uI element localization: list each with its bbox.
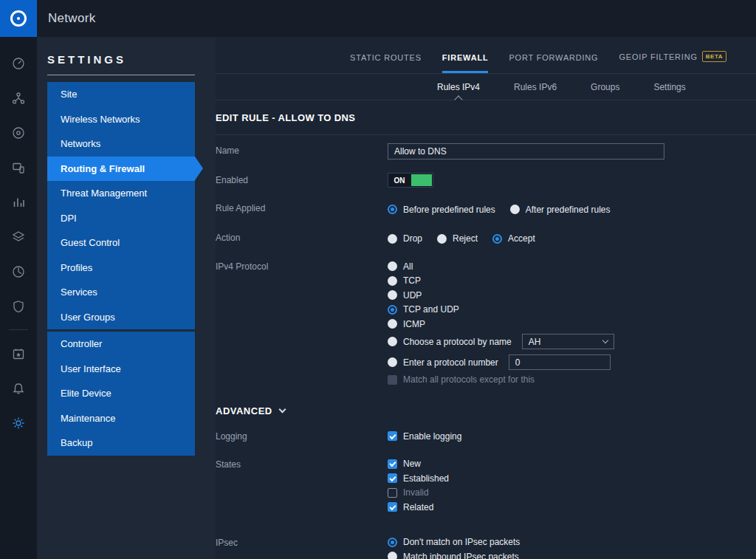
radio-icon bbox=[388, 290, 397, 300]
radio-icon bbox=[388, 357, 397, 367]
sidebar-item-label: Maintenance bbox=[61, 413, 115, 424]
rail-divider bbox=[9, 329, 28, 330]
checkbox-state-invalid[interactable]: Invalid bbox=[388, 486, 756, 501]
clients-icon[interactable] bbox=[0, 150, 37, 185]
beta-badge: BETA bbox=[702, 51, 726, 62]
radio-action-reject[interactable]: Reject bbox=[437, 232, 478, 247]
sidebar-item-controller[interactable]: Controller bbox=[47, 332, 195, 357]
sidebar-item-wireless-networks[interactable]: Wireless Networks bbox=[47, 107, 195, 132]
app-title: Network bbox=[48, 11, 95, 26]
sidebar-item-profiles[interactable]: Profiles bbox=[47, 256, 195, 281]
form-row-enabled: Enabled ON bbox=[216, 166, 756, 194]
sidebar-item-backup[interactable]: Backup bbox=[47, 431, 195, 456]
shield-icon[interactable] bbox=[0, 289, 37, 323]
checkbox-state-new[interactable]: New bbox=[388, 457, 756, 472]
radio-icon bbox=[510, 205, 520, 214]
subtab-rules-ipv6[interactable]: Rules IPv6 bbox=[514, 74, 557, 100]
radio-protocol-tcp[interactable]: TCP bbox=[388, 274, 756, 289]
form-row-rule-applied: Rule Applied Before predefined rules Aft… bbox=[216, 194, 756, 224]
radio-protocol-udp[interactable]: UDP bbox=[388, 288, 756, 303]
settings-menu: Site Wireless Networks Networks Routing … bbox=[47, 82, 195, 456]
checkbox-icon bbox=[388, 473, 397, 483]
advanced-title: ADVANCED bbox=[216, 405, 272, 416]
radio-icon bbox=[388, 552, 397, 559]
sidebar-item-label: User Interface bbox=[61, 363, 121, 374]
radio-icon bbox=[437, 234, 447, 244]
radio-ipsec-match-inbound[interactable]: Match inbound IPsec packets bbox=[388, 549, 756, 559]
sidebar-item-label: Threat Management bbox=[61, 188, 147, 199]
settings-icon[interactable] bbox=[0, 405, 37, 440]
name-input[interactable] bbox=[388, 143, 664, 160]
checkbox-icon bbox=[388, 459, 397, 469]
radio-protocol-icmp[interactable]: ICMP bbox=[388, 317, 756, 332]
sidebar-item-label: Services bbox=[61, 287, 97, 298]
form-row-states: States New Established Invalid bbox=[216, 450, 756, 521]
sidebar-item-label: Networks bbox=[61, 138, 100, 149]
events-icon[interactable] bbox=[0, 336, 37, 371]
radio-action-accept[interactable]: Accept bbox=[492, 232, 535, 247]
sidebar-item-dpi[interactable]: DPI bbox=[47, 206, 195, 231]
subtab-groups[interactable]: Groups bbox=[591, 74, 619, 100]
sidebar-item-networks[interactable]: Networks bbox=[47, 131, 195, 157]
firewall-section-tabs: STATIC ROUTES FIREWALL PORT FORWARDING G… bbox=[216, 37, 756, 74]
sidebar-item-label: Routing & Firewall bbox=[61, 163, 145, 174]
sidebar-item-label: Wireless Networks bbox=[61, 114, 140, 125]
checkbox-icon bbox=[388, 502, 397, 512]
sidebar-item-label: Elite Device bbox=[61, 388, 111, 399]
checkbox-icon bbox=[388, 375, 397, 385]
sidebar-item-services[interactable]: Services bbox=[47, 280, 195, 305]
radio-icon bbox=[388, 337, 397, 346]
radio-icon bbox=[388, 261, 397, 271]
checkbox-state-related[interactable]: Related bbox=[388, 500, 756, 515]
subtab-settings[interactable]: Settings bbox=[653, 74, 685, 100]
alerts-icon[interactable] bbox=[0, 371, 37, 405]
insights-icon[interactable] bbox=[0, 219, 37, 254]
radio-protocol-by-number[interactable]: Enter a protocol number bbox=[388, 352, 756, 373]
topology-icon[interactable] bbox=[0, 80, 37, 115]
radio-protocol-by-name[interactable]: Choose a protocol by name AH bbox=[388, 332, 756, 352]
radio-after-predefined[interactable]: After predefined rules bbox=[510, 202, 611, 217]
radio-action-drop[interactable]: Drop bbox=[388, 232, 422, 247]
devices-icon[interactable] bbox=[0, 115, 37, 150]
sidebar-item-label: Backup bbox=[61, 437, 92, 448]
sidebar-item-user-groups[interactable]: User Groups bbox=[47, 305, 195, 330]
history-icon[interactable] bbox=[0, 254, 37, 289]
tab-static-routes[interactable]: STATIC ROUTES bbox=[350, 53, 422, 73]
radio-protocol-tcp-udp[interactable]: TCP and UDP bbox=[388, 303, 756, 318]
sidebar-item-label: Guest Control bbox=[61, 237, 120, 248]
tab-geoip-filtering[interactable]: GEOIP FILTERING BETA bbox=[619, 51, 726, 73]
sidebar-item-elite-device[interactable]: Elite Device bbox=[47, 381, 195, 406]
sidebar-item-maintenance[interactable]: Maintenance bbox=[47, 406, 195, 431]
protocol-number-input[interactable] bbox=[509, 354, 611, 370]
toggle-state-label: ON bbox=[388, 176, 410, 185]
settings-sidebar: SETTINGS Site Wireless Networks Networks… bbox=[37, 37, 216, 559]
sidebar-item-routing-firewall[interactable]: Routing & Firewall bbox=[47, 157, 195, 182]
enabled-toggle[interactable]: ON bbox=[388, 173, 433, 188]
advanced-section-toggle[interactable]: ADVANCED bbox=[216, 394, 756, 422]
checkbox-state-established[interactable]: Established bbox=[388, 471, 756, 486]
tab-port-forwarding[interactable]: PORT FORWARDING bbox=[509, 53, 598, 73]
icon-rail bbox=[0, 37, 37, 559]
statistics-icon[interactable] bbox=[0, 185, 37, 219]
radio-ipsec-dont-match[interactable]: Don't match on IPsec packets bbox=[388, 535, 756, 550]
radio-protocol-all[interactable]: All bbox=[388, 259, 756, 274]
form-row-action: Action Drop Reject Accept bbox=[216, 224, 756, 253]
radio-before-predefined[interactable]: Before predefined rules bbox=[388, 202, 495, 217]
states-label: States bbox=[216, 457, 388, 515]
checkbox-enable-logging[interactable]: Enable logging bbox=[388, 429, 756, 444]
rule-applied-label: Rule Applied bbox=[216, 201, 388, 217]
subtab-rules-ipv4[interactable]: Rules IPv4 bbox=[437, 74, 480, 100]
unifi-logo[interactable] bbox=[0, 0, 37, 37]
protocol-name-select[interactable]: AH bbox=[522, 334, 614, 349]
sidebar-item-guest-control[interactable]: Guest Control bbox=[47, 230, 195, 256]
dashboard-icon[interactable] bbox=[0, 46, 37, 80]
form-row-ipv4-protocol: IPv4 Protocol All TCP UDP bbox=[216, 253, 756, 394]
checkbox-match-except[interactable]: Match all protocols except for this bbox=[388, 373, 756, 388]
sidebar-item-user-interface[interactable]: User Interface bbox=[47, 357, 195, 382]
sidebar-item-label: Site bbox=[61, 89, 77, 100]
sidebar-item-site[interactable]: Site bbox=[47, 82, 195, 107]
tab-firewall[interactable]: FIREWALL bbox=[442, 53, 489, 73]
ipsec-label: IPsec bbox=[216, 535, 388, 559]
enabled-label: Enabled bbox=[216, 173, 388, 188]
sidebar-item-threat-management[interactable]: Threat Management bbox=[47, 181, 195, 206]
